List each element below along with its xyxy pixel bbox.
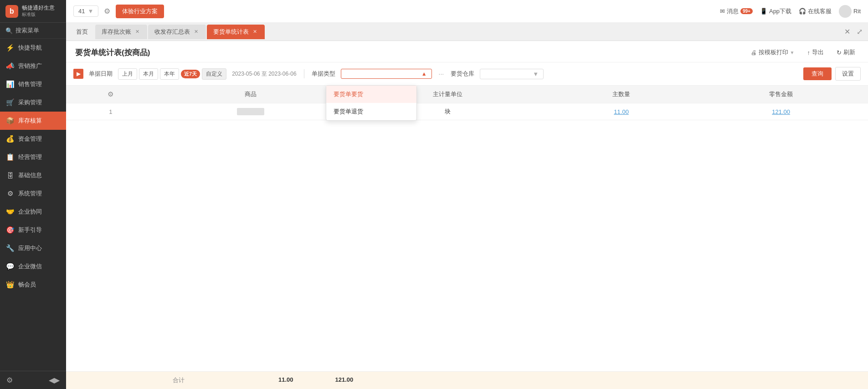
refresh-icon: ↻ xyxy=(837,49,842,56)
export-button[interactable]: ↑ 导出 xyxy=(804,46,828,58)
sidebar-search[interactable]: 🔍 搜索菜单 xyxy=(0,23,66,39)
tab-inventory-batch[interactable]: 库存批次账 ✕ xyxy=(95,25,147,39)
row-product xyxy=(155,103,347,120)
col-settings-icon[interactable]: ⚙ xyxy=(108,90,113,98)
logo-text: 畅捷通好生意 标准版 xyxy=(22,5,55,18)
topbar-settings-icon[interactable]: ⚙ xyxy=(102,5,112,17)
messages-action[interactable]: ✉ 消息 99+ xyxy=(720,7,753,15)
tab-home[interactable]: 首页 xyxy=(70,25,94,39)
topbar-right: ✉ 消息 99+ 📱 App下载 🎧 在线客服 Rit xyxy=(720,5,861,18)
tab-close-all[interactable]: ✕ xyxy=(842,26,852,37)
topbar-left: 41 ▼ ⚙ 体验行业方案 xyxy=(73,5,164,18)
warehouse-input[interactable]: ▼ xyxy=(480,69,544,79)
appstore-icon: 🔧 xyxy=(5,244,15,253)
sidebar-item-collab[interactable]: 🤝 企业协同 xyxy=(0,203,66,221)
tab-order-stats[interactable]: 要货单统计表 ✕ xyxy=(207,25,265,39)
col-settings[interactable]: ⚙ xyxy=(66,86,155,103)
sidebar-item-appstore[interactable]: 🔧 应用中心 xyxy=(0,239,66,257)
expand-icon: ▶ xyxy=(77,71,81,77)
tabs-bar: 首页 库存批次账 ✕ 收发存汇总表 ✕ 要货单统计表 ✕ ✕ ⤢ xyxy=(66,23,868,41)
logo-icon: b xyxy=(5,5,18,18)
filter-divider xyxy=(304,69,304,78)
online-service-action[interactable]: 🎧 在线客服 xyxy=(799,7,832,15)
sidebar-item-marketing[interactable]: 📣 营销推广 xyxy=(0,57,66,75)
messages-icon: ✉ xyxy=(720,8,725,15)
col-product: 商品 xyxy=(155,86,347,103)
settings-bottom-icon[interactable]: ⚙ xyxy=(6,376,13,384)
operation-icon: 📋 xyxy=(5,153,15,162)
sidebar-item-system[interactable]: ⚙ 系统管理 xyxy=(0,184,66,203)
product-placeholder xyxy=(237,108,264,115)
base-icon: 🗄 xyxy=(5,171,15,180)
data-table: ⚙ 商品 主计量单位 主数量 零售金额 1 xyxy=(66,86,868,120)
sidebar-item-wechat[interactable]: 💬 企业微信 xyxy=(0,257,66,276)
tab-expand[interactable]: ⤢ xyxy=(855,26,864,37)
sidebar-item-quick-nav[interactable]: ⚡ 快捷导航 xyxy=(0,39,66,57)
footer-label: 合计 xyxy=(72,376,185,384)
member-icon: 👑 xyxy=(5,280,15,289)
purchase-icon: 🛒 xyxy=(5,98,15,107)
main-area: 41 ▼ ⚙ 体验行业方案 ✉ 消息 99+ 📱 App下载 🎧 在线客服 R xyxy=(66,0,868,389)
store-dropdown-icon: ▼ xyxy=(87,8,93,15)
marketing-icon: 📣 xyxy=(5,61,15,71)
collapse-icon[interactable]: ◀▶ xyxy=(49,376,60,384)
tab-close-receive-summary[interactable]: ✕ xyxy=(193,28,200,35)
inventory-icon: 📦 xyxy=(5,116,15,125)
row-num: 1 xyxy=(66,103,155,120)
sidebar: b 畅捷通好生意 标准版 🔍 搜索菜单 ⚡ 快捷导航 📣 营销推广 📊 销售管理… xyxy=(0,0,66,389)
filter-more-icon[interactable]: ··· xyxy=(437,69,446,79)
store-selector[interactable]: 41 ▼ xyxy=(73,5,98,17)
query-button[interactable]: 查询 xyxy=(803,67,832,80)
app-icon: 📱 xyxy=(760,8,767,15)
date-range-text: 2023-05-06 至 2023-06-06 xyxy=(232,70,296,78)
user-profile[interactable]: Rit xyxy=(839,5,861,18)
filter-settings-button[interactable]: 设置 xyxy=(835,67,861,81)
tab-close-order-stats[interactable]: ✕ xyxy=(252,28,258,35)
guide-icon: 🎯 xyxy=(5,225,15,235)
sidebar-logo: b 畅捷通好生意 标准版 xyxy=(0,0,66,23)
sidebar-bottom: ⚙ ◀▶ xyxy=(0,371,66,389)
sidebar-item-member[interactable]: 👑 畅会员 xyxy=(0,276,66,294)
sidebar-item-operation[interactable]: 📋 经营管理 xyxy=(0,148,66,166)
this-month-btn[interactable]: 本月 xyxy=(139,68,158,80)
refresh-button[interactable]: ↻ 刷新 xyxy=(833,46,859,58)
collab-icon: 🤝 xyxy=(5,207,15,216)
app-download-action[interactable]: 📱 App下载 xyxy=(760,7,791,15)
sidebar-item-base[interactable]: 🗄 基础信息 xyxy=(0,166,66,184)
sidebar-item-purchase[interactable]: 🛒 采购管理 xyxy=(0,93,66,112)
last-month-btn[interactable]: 上月 xyxy=(118,68,137,80)
finance-icon: 💰 xyxy=(5,134,15,143)
sidebar-item-inventory[interactable]: 📦 库存核算 xyxy=(0,112,66,130)
page-header: 要货单统计表(按商品) 🖨 按模板打印 ▼ ↑ 导出 ↻ 刷新 xyxy=(66,41,868,62)
col-amount: 零售金额 xyxy=(694,86,868,103)
filter-bar: ▶ 单据日期 上月 本月 本年 近7天 自定义 2023-05-06 至 202… xyxy=(66,62,868,86)
dropdown-item-1[interactable]: 要货单退货 xyxy=(326,103,416,120)
tab-close-inventory-batch[interactable]: ✕ xyxy=(134,28,141,35)
custom-date-btn[interactable]: 自定义 xyxy=(202,68,226,80)
avatar xyxy=(839,5,852,18)
tabs-right: ✕ ⤢ xyxy=(842,26,864,37)
topbar: 41 ▼ ⚙ 体验行业方案 ✉ 消息 99+ 📱 App下载 🎧 在线客服 R xyxy=(66,0,868,23)
dropdown-item-0[interactable]: 要货单要货 xyxy=(326,86,416,103)
print-dropdown-icon: ▼ xyxy=(790,50,795,55)
warehouse-label: 要货仓库 xyxy=(451,70,474,78)
industry-button[interactable]: 体验行业方案 xyxy=(116,5,164,18)
sidebar-item-finance[interactable]: 💰 资金管理 xyxy=(0,130,66,148)
content-area: 要货单统计表(按商品) 🖨 按模板打印 ▼ ↑ 导出 ↻ 刷新 xyxy=(66,41,868,389)
row-qty: 11.00 xyxy=(549,103,694,120)
this-year-btn[interactable]: 本年 xyxy=(160,68,179,80)
tab-receive-summary[interactable]: 收发存汇总表 ✕ xyxy=(148,25,206,39)
quick-nav-icon: ⚡ xyxy=(5,43,15,52)
date-buttons: 上月 本月 本年 近7天 自定义 xyxy=(118,68,226,80)
recent-7days-badge[interactable]: 近7天 xyxy=(181,70,200,78)
footer-qty: 11.00 xyxy=(257,376,314,384)
sales-icon: 📊 xyxy=(5,80,15,89)
table-area: ⚙ 商品 主计量单位 主数量 零售金额 1 xyxy=(66,86,868,371)
print-button[interactable]: 🖨 按模板打印 ▼ xyxy=(747,46,798,58)
filter-expand-button[interactable]: ▶ xyxy=(73,69,83,79)
sidebar-item-guide[interactable]: 🎯 新手引导 xyxy=(0,221,66,239)
footer-amount: 121.00 xyxy=(314,376,375,384)
sidebar-item-sales[interactable]: 📊 销售管理 xyxy=(0,75,66,93)
type-input[interactable]: ▲ xyxy=(341,69,432,79)
date-label: 单据日期 xyxy=(89,70,113,78)
